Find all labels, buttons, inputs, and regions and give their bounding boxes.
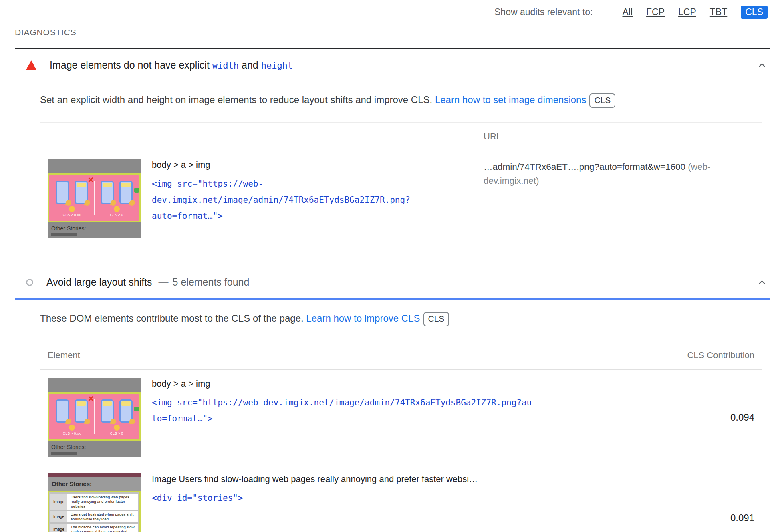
audit-title: Avoid large layout shifts—5 elements fou…: [46, 276, 249, 288]
phone-icon: [101, 181, 114, 204]
focus-accent-line: [15, 298, 770, 300]
element-code-snippet: <img src="https://web-dev.imgix.net/imag…: [152, 176, 424, 224]
audit-title-text: Image elements do not have explicit: [50, 59, 212, 71]
audit-title-and: and: [239, 59, 261, 71]
phone-icon: [75, 181, 88, 204]
list-item: Image Users find slow-loading web pages …: [50, 494, 138, 510]
thumbnail-left-group: CLS > 0.xx: [49, 175, 94, 221]
sad-face-icon: [69, 425, 75, 431]
hand-icon: [84, 200, 91, 206]
thumbnail-right-group: CLS > 0: [94, 175, 139, 221]
thumbnail-bottom-bar: Other Stories:: [48, 441, 141, 457]
chevron-up-icon[interactable]: [756, 277, 768, 288]
filter-link-all[interactable]: All: [622, 7, 633, 18]
element-code-snippet: <img src="https://web-dev.imgix.net/imag…: [152, 395, 532, 427]
thumbnail-pink-panel: CLS > 0.xx: [48, 173, 141, 222]
audit-table-cls: Element CLS Contribution: [40, 341, 762, 532]
filter-link-tbt[interactable]: TBT: [710, 7, 727, 18]
url-cell: …admin/74TRx6aET….png?auto=format&w=1600…: [484, 159, 754, 238]
cls-chip: CLS: [589, 93, 615, 108]
phone-banner: [121, 401, 131, 406]
filter-link-fcp[interactable]: FCP: [646, 7, 665, 18]
thumbnail-caption: Other Stories:: [51, 225, 86, 232]
sad-face-icon: [69, 206, 75, 212]
elements-found-count: 5 elements found: [173, 276, 250, 288]
element-label: Image Users find slow-loading web pages …: [152, 474, 667, 484]
filter-link-lcp[interactable]: LCP: [678, 7, 696, 18]
green-check-icon: [134, 188, 139, 193]
element-cell: body > a > img <img src="https://web-dev…: [152, 378, 667, 457]
hand-icon: [110, 418, 117, 425]
element-selector: body > a > img: [152, 379, 667, 389]
thumbnail-top-bar: [48, 378, 141, 392]
list-item-text: Users find slow-loading web pages really…: [67, 494, 138, 510]
inline-code-height: height: [261, 60, 293, 71]
thumbnail-right-caption: CLS > 0: [110, 431, 123, 435]
audit-description: Set an explicit width and height on imag…: [40, 92, 762, 108]
table-row: Other Stories: Image Users find slow-loa…: [40, 465, 762, 532]
audit-image-dimensions-header[interactable]: Image elements do not have explicit widt…: [15, 49, 770, 81]
element-code-snippet: <div id="stories">: [152, 490, 532, 506]
phone-graphics: [101, 399, 133, 423]
audit-avoid-layout-shifts-header[interactable]: Avoid large layout shifts—5 elements fou…: [15, 266, 770, 298]
filter-label: Show audits relevant to:: [494, 7, 593, 18]
table-row: CLS > 0.xx: [40, 151, 762, 246]
chevron-up-icon[interactable]: [756, 60, 768, 71]
thumbnail-pink-panel: CLS > 0.xx: [48, 392, 141, 441]
element-thumbnail-pink-comparison: CLS > 0.xx: [48, 378, 141, 457]
audit-image-dimensions-body: Set an explicit width and height on imag…: [15, 92, 770, 264]
phone-icon: [119, 181, 133, 204]
table-header-row: URL: [40, 123, 762, 151]
element-thumbnail-pink-comparison: CLS > 0.xx: [48, 159, 141, 238]
phone-icon: [75, 399, 88, 423]
phone-icon: [101, 399, 114, 423]
cls-chip: CLS: [423, 312, 449, 326]
thumbnail-left-group: CLS > 0.xx: [49, 394, 94, 439]
hand-icon: [65, 418, 72, 425]
cls-contribution-value: 0.091: [678, 512, 754, 524]
description-text: These DOM elements contribute most to th…: [40, 313, 306, 324]
hand-icon: [84, 418, 91, 425]
title-separator: —: [159, 276, 169, 288]
thumbnail-top-bar: [48, 159, 141, 173]
table-header-empty: [152, 350, 667, 361]
thumbnail-bottom-bar: Other Stories:: [48, 222, 141, 238]
audit-title: Image elements do not have explicit widt…: [50, 59, 293, 71]
table-header-url: URL: [484, 131, 754, 142]
learn-link-improve-cls[interactable]: Learn how to improve CLS: [306, 313, 420, 324]
thumbnail-list: Image Users find slow-loading web pages …: [48, 491, 141, 532]
neutral-circle-icon: [26, 279, 33, 286]
learn-link-image-dimensions[interactable]: Learn how to set image dimensions: [435, 94, 586, 105]
hand-icon: [129, 200, 136, 206]
phone-banner: [77, 401, 86, 406]
element-selector: body > a > img: [152, 160, 472, 170]
list-item-text: The bfcache can avoid repeating slow loa…: [67, 524, 138, 532]
phone-banner: [103, 183, 112, 187]
report-content: Show audits relevant to: All FCP LCP TBT…: [9, 0, 782, 532]
thumbnail-header: Other Stories:: [48, 477, 141, 491]
phone-banner: [121, 183, 131, 187]
table-header-cls-contribution: CLS Contribution: [678, 350, 754, 361]
thumbnail-top-strip: [48, 473, 141, 477]
thumbnail-substrip: [51, 452, 77, 455]
fail-triangle-icon: [26, 60, 36, 70]
list-item: Image The bfcache can avoid repeating sl…: [50, 524, 138, 532]
table-header-row: Element CLS Contribution: [40, 341, 762, 370]
phone-graphics: [101, 181, 133, 204]
thumbnail-left-caption: CLS > 0.xx: [63, 213, 81, 217]
lighthouse-report-page: Show audits relevant to: All FCP LCP TBT…: [0, 0, 782, 532]
red-x-icon: [88, 396, 93, 401]
table-header-empty: [48, 131, 141, 142]
element-thumbnail-stories-list: Other Stories: Image Users find slow-loa…: [48, 473, 141, 532]
filter-pill-cls-selected[interactable]: CLS: [741, 6, 768, 19]
phone-graphics: [56, 181, 88, 204]
list-item: Image Users get frustrated when pages sh…: [50, 511, 138, 522]
green-check-icon: [134, 407, 139, 411]
phone-icon: [56, 181, 69, 204]
element-cell: Image Users find slow-loading web pages …: [152, 473, 667, 532]
list-item-text: Users get frustrated when pages shift ar…: [67, 511, 138, 522]
description-text: Set an explicit width and height on imag…: [40, 94, 435, 105]
table-header-empty2: [152, 131, 472, 142]
diagnostics-heading: DIAGNOSTICS: [15, 28, 770, 37]
inline-code-width: width: [212, 60, 239, 71]
